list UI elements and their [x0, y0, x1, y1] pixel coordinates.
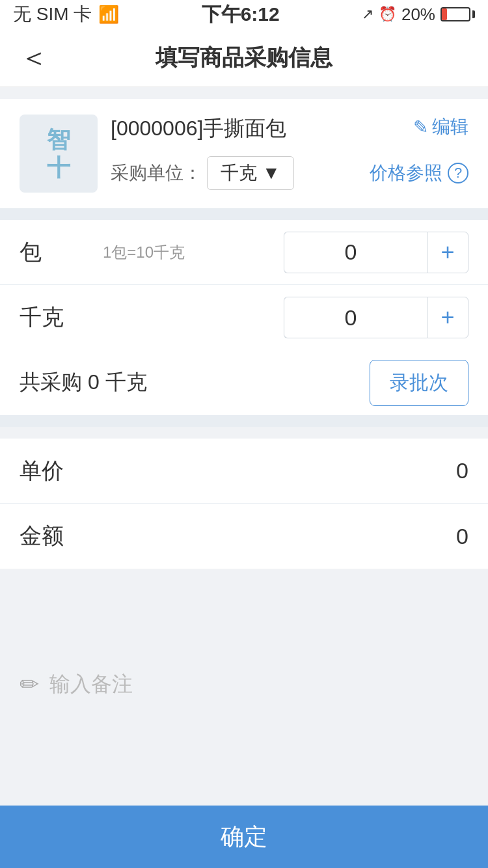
alarm-icon: ⏰ [379, 6, 396, 23]
confirm-label: 确定 [221, 821, 267, 853]
kg-plus-icon: + [441, 304, 454, 331]
wifi-icon: 📶 [98, 5, 119, 25]
dropdown-arrow: ▼ [262, 163, 280, 183]
record-batch-button[interactable]: 录批次 [370, 360, 468, 406]
record-batch-label: 录批次 [390, 372, 448, 393]
product-logo: 智 十 [47, 126, 70, 182]
edit-label: 编辑 [432, 115, 468, 139]
amount-row: 金额 0 [0, 504, 488, 569]
notes-section[interactable]: ✏ 输入备注 [0, 580, 488, 789]
bao-number-input[interactable] [284, 232, 427, 273]
unit-price-row: 单价 0 [0, 439, 488, 504]
product-name: [0000006]手撕面包 [111, 115, 413, 143]
confirm-button[interactable]: 确定 [0, 806, 488, 868]
amount-label: 金额 [20, 521, 64, 551]
edit-icon: ✎ [413, 116, 428, 138]
section-divider-1 [0, 208, 488, 220]
status-time: 下午6:12 [202, 1, 280, 28]
bao-label: 包 [20, 237, 98, 267]
summary-row: 共采购 0 千克 录批次 [0, 350, 488, 415]
product-info: [0000006]手撕面包 ✎ 编辑 采购单位： 千克 ▼ 价格参照 ? [111, 115, 468, 190]
nav-bar: ＜ 填写商品采购信息 [0, 29, 488, 87]
amount-value: 0 [456, 524, 468, 549]
product-card: 智 十 [0000006]手撕面包 ✎ 编辑 采购单位： 千克 ▼ 价格参照 ? [0, 99, 488, 208]
back-button[interactable]: ＜ [20, 38, 61, 77]
input-section: 包 1包=10千克 + 千克 + [0, 220, 488, 350]
status-left: 无 SIM 卡 📶 [13, 2, 119, 27]
price-section: 单价 0 金额 0 [0, 439, 488, 569]
summary-text: 共采购 0 千克 [20, 368, 147, 397]
notes-placeholder: 输入备注 [49, 670, 133, 699]
location-icon: ↗ [362, 6, 373, 23]
bao-sublabel: 1包=10千克 [103, 242, 185, 263]
price-ref-label: 价格参照 [370, 161, 442, 185]
unit-price-label: 单价 [20, 456, 64, 486]
kg-input-right: + [284, 297, 468, 338]
edit-button[interactable]: ✎ 编辑 [413, 115, 468, 139]
kg-plus-button[interactable]: + [427, 297, 468, 338]
pencil-icon: ✏ [20, 671, 39, 698]
battery-icon [441, 7, 475, 21]
kg-label: 千克 [20, 303, 98, 332]
section-divider-2 [0, 415, 488, 427]
bao-plus-icon: + [441, 239, 454, 266]
unit-label: 采购单位： [111, 161, 202, 185]
unit-dropdown[interactable]: 千克 ▼ [207, 156, 294, 190]
bao-plus-button[interactable]: + [427, 232, 468, 273]
price-reference-button[interactable]: 价格参照 ? [370, 161, 468, 185]
no-sim-label: 无 SIM 卡 [13, 2, 92, 27]
status-right: ↗ ⏰ 20% [362, 5, 475, 25]
status-bar: 无 SIM 卡 📶 下午6:12 ↗ ⏰ 20% [0, 0, 488, 29]
page-title: 填写商品采购信息 [156, 43, 332, 73]
bao-input-row: 包 1包=10千克 + [0, 220, 488, 285]
help-icon: ? [448, 163, 468, 183]
unit-value: 千克 [221, 161, 257, 185]
product-image: 智 十 [20, 115, 98, 193]
battery-percent: 20% [401, 5, 435, 25]
bao-input-right: + [284, 232, 468, 273]
kg-number-input[interactable] [284, 297, 427, 338]
kg-input-row: 千克 + [0, 285, 488, 350]
unit-price-value: 0 [456, 458, 468, 483]
